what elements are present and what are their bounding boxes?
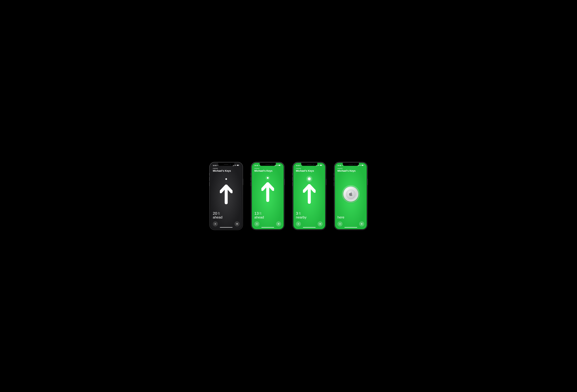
item-name: Michael's Keys (254, 169, 281, 172)
distance-unit: ft (259, 211, 261, 216)
precision-finding-screen: 10:35 FINDING Michael's Keys (293, 163, 325, 229)
close-icon (256, 223, 258, 225)
precision-finding-screen: 10:35 FINDING Michael's Keys (335, 163, 367, 229)
precision-finding-screen: 10:35 FINDING Michael's Keys (210, 163, 242, 229)
close-button[interactable] (213, 221, 218, 227)
phone-frame: 10:35 FINDING Michael's Keys (292, 162, 326, 230)
close-button[interactable] (254, 221, 259, 227)
close-icon (297, 223, 299, 225)
direction-label: here (337, 215, 364, 219)
speaker-icon (361, 223, 363, 225)
svg-rect-5 (237, 165, 239, 165)
status-time: 10:35 (337, 165, 341, 166)
svg-rect-27 (364, 165, 364, 165)
status-time: 10:35 (254, 165, 258, 166)
direction-label: ahead (254, 215, 281, 219)
distance-value: 3 (296, 211, 298, 216)
item-name: Michael's Keys (337, 169, 364, 172)
home-indicator[interactable] (303, 227, 316, 228)
wifi-icon (318, 165, 320, 166)
close-button[interactable] (296, 221, 301, 227)
finding-label: FINDING (296, 168, 323, 169)
svg-rect-20 (323, 165, 323, 165)
target-dot (306, 176, 313, 182)
item-name: Michael's Keys (213, 169, 240, 172)
phone-frame: 10:35 FINDING Michael's Keys (210, 162, 243, 230)
speaker-icon (319, 223, 321, 225)
notch (301, 163, 317, 166)
svg-rect-26 (362, 165, 363, 165)
play-sound-button[interactable] (276, 221, 281, 227)
location-services-icon (300, 165, 301, 166)
status-time: 10:35 (296, 165, 300, 166)
battery-icon (237, 165, 240, 166)
home-indicator[interactable] (261, 227, 274, 228)
status-time: 10:35 (213, 165, 216, 166)
notch (343, 163, 359, 166)
distance-unit: ft (299, 211, 301, 216)
distance-value: 20 (213, 211, 217, 216)
target-dot (223, 176, 230, 183)
battery-icon (320, 165, 323, 166)
wifi-icon (235, 165, 236, 166)
direction-arrow-icon (261, 182, 274, 202)
close-icon (339, 223, 341, 225)
svg-rect-12 (279, 165, 280, 165)
battery-icon (278, 165, 281, 166)
phone-frame: 10:35 FINDING Michael's Keys (251, 162, 285, 230)
play-sound-button[interactable] (318, 221, 323, 227)
airtag-graphic (343, 187, 358, 201)
location-services-icon (342, 165, 343, 166)
wifi-icon (359, 165, 361, 166)
distance-unit: ft (218, 211, 220, 216)
direction-arrow-icon (220, 185, 233, 204)
location-services-icon (217, 165, 218, 166)
close-icon (215, 223, 216, 225)
notch (260, 163, 276, 166)
target-dot (265, 176, 270, 180)
svg-rect-6 (239, 165, 240, 165)
home-indicator[interactable] (220, 227, 233, 228)
direction-label: nearby (296, 215, 323, 219)
play-sound-button[interactable] (234, 221, 240, 227)
direction-arrow-icon (303, 184, 316, 204)
finding-label: FINDING (337, 168, 364, 169)
wifi-icon (276, 165, 278, 166)
apple-logo-icon (349, 192, 353, 196)
precision-finding-screen: 10:35 FINDING Michael's Keys (252, 163, 284, 229)
notch (218, 163, 234, 166)
close-button[interactable] (337, 221, 343, 227)
speaker-icon (236, 223, 238, 225)
location-services-icon (259, 165, 260, 166)
play-sound-button[interactable] (359, 221, 364, 227)
speaker-icon (278, 223, 280, 225)
svg-rect-19 (320, 165, 322, 165)
finding-label: FINDING (254, 168, 281, 169)
battery-icon (361, 165, 364, 166)
phone-frame: 10:35 FINDING Michael's Keys (334, 162, 367, 230)
item-name: Michael's Keys (296, 169, 323, 172)
direction-label: ahead (213, 215, 240, 219)
finding-label: FINDING (213, 168, 240, 169)
home-indicator[interactable] (344, 227, 357, 228)
distance-value: 13 (254, 211, 259, 216)
svg-rect-13 (281, 165, 281, 165)
